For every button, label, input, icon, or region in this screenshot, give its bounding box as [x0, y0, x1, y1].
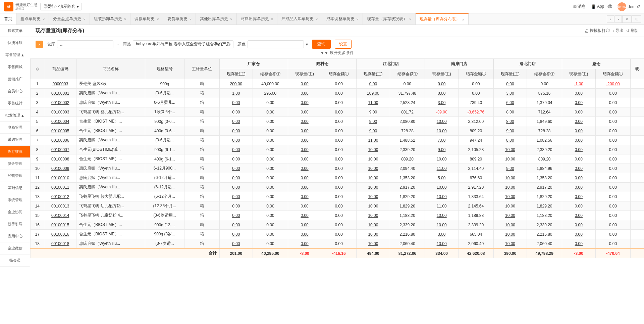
- sidebar-item-enterprise[interactable]: 企业协同: [0, 206, 30, 218]
- qty-link[interactable]: 0.00: [301, 185, 308, 190]
- qty-link[interactable]: 0.00: [301, 110, 308, 114]
- tab-4[interactable]: 调拨单历史 ×: [130, 13, 163, 25]
- user-info[interactable]: demo2 demo2: [618, 2, 640, 11]
- qty-link[interactable]: 0.00: [438, 91, 445, 96]
- total-qty-link[interactable]: 0.00: [575, 119, 583, 124]
- qty-link[interactable]: 0.00: [232, 147, 240, 152]
- tab-next-btn[interactable]: ›: [614, 15, 622, 23]
- qty-link[interactable]: 11.00: [437, 166, 447, 171]
- qty-link[interactable]: 10.00: [505, 241, 515, 246]
- qty-link[interactable]: 0.00: [232, 223, 240, 227]
- total-qty-link[interactable]: 0.00: [575, 157, 583, 161]
- sidebar-item-inventory[interactable]: 库存核算: [0, 146, 30, 158]
- sidebar-item-ecommerce[interactable]: 电商管理: [0, 122, 30, 134]
- close-icon[interactable]: ×: [83, 17, 85, 21]
- qty-link[interactable]: 10.00: [437, 119, 447, 124]
- qty-link[interactable]: 1.00: [232, 91, 240, 96]
- close-icon[interactable]: ×: [316, 17, 318, 21]
- goods-code-link[interactable]: 00100018: [51, 241, 69, 246]
- sidebar-item-nav[interactable]: 快捷导航: [0, 37, 30, 49]
- qty-link[interactable]: 10.00: [437, 185, 447, 190]
- refresh-btn[interactable]: ↺ 刷新: [626, 28, 639, 34]
- qty-link[interactable]: 8.00: [506, 110, 514, 114]
- close-icon[interactable]: ×: [271, 17, 273, 21]
- goods-code-link[interactable]: 00100004: [51, 119, 69, 124]
- qty-link[interactable]: 8.00: [506, 138, 514, 143]
- goods-input[interactable]: [133, 40, 233, 48]
- total-qty-link[interactable]: 0.00: [575, 147, 583, 152]
- qty-link[interactable]: 10.00: [437, 194, 447, 199]
- settings-button[interactable]: 设置: [335, 40, 352, 49]
- query-button[interactable]: 查询: [312, 40, 331, 49]
- sidebar-item-member[interactable]: 会员中心: [0, 85, 30, 97]
- goods-code-link[interactable]: 00100008: [51, 157, 69, 161]
- close-icon[interactable]: ×: [230, 17, 232, 21]
- tab-prev-btn[interactable]: ‹: [607, 15, 614, 23]
- close-icon[interactable]: ×: [190, 17, 192, 21]
- qty-link[interactable]: 0.00: [369, 82, 377, 86]
- goods-code-link[interactable]: 00100007: [51, 147, 69, 152]
- qty-link[interactable]: 109.00: [367, 91, 379, 96]
- qty-link[interactable]: 10.00: [437, 157, 447, 161]
- qty-link[interactable]: 10.00: [368, 204, 378, 209]
- qty-link[interactable]: 10.00: [368, 176, 378, 180]
- qty-link[interactable]: 0.00: [232, 129, 240, 133]
- warehouse-input[interactable]: [57, 40, 113, 48]
- sidebar-item-search[interactable]: 搜索英单: [0, 25, 30, 37]
- sidebar-item-operations[interactable]: 经营管理: [0, 170, 30, 182]
- export-btn[interactable]: ↓ 导出: [612, 28, 624, 34]
- qty-link[interactable]: 0.00: [301, 223, 308, 227]
- qty-link[interactable]: 0.00: [301, 166, 308, 171]
- total-qty-link[interactable]: 0.00: [575, 100, 583, 105]
- collapse-btn[interactable]: ›: [36, 41, 43, 48]
- expand-more-btn[interactable]: ▼▼ 展开更多条件: [36, 50, 639, 56]
- qty-link[interactable]: 0.00: [301, 119, 308, 124]
- qty-link[interactable]: 9.00: [369, 129, 377, 133]
- tab-3[interactable]: 组装拆卸单历史 ×: [90, 13, 130, 25]
- qty-link[interactable]: 9.00: [438, 147, 445, 152]
- close-icon[interactable]: ×: [157, 17, 159, 21]
- total-qty-link[interactable]: 0.00: [575, 166, 583, 171]
- total-qty-link[interactable]: 0.00: [575, 194, 583, 199]
- qty-link[interactable]: 10.00: [368, 194, 378, 199]
- qty-link[interactable]: 9.00: [506, 129, 514, 133]
- qty-link[interactable]: 0.00: [301, 129, 308, 133]
- total-qty-link[interactable]: 0.00: [575, 232, 583, 237]
- qty-link[interactable]: 10.00: [437, 213, 447, 218]
- qty-link[interactable]: 0.00: [301, 138, 308, 143]
- tab-1[interactable]: 盘点单历史 ×: [16, 13, 49, 25]
- qty-link[interactable]: 0.00: [438, 82, 445, 86]
- qty-link[interactable]: 0.00: [232, 232, 240, 237]
- qty-link[interactable]: 10.00: [505, 213, 515, 218]
- settings-icon[interactable]: ⚙: [36, 67, 39, 72]
- qty-link[interactable]: 0.00: [301, 91, 308, 96]
- qty-link[interactable]: 11.00: [368, 138, 378, 143]
- goods-code-link[interactable]: 00100011: [51, 185, 69, 190]
- qty-link[interactable]: 3.00: [506, 91, 514, 96]
- qty-link[interactable]: 0.00: [232, 176, 240, 180]
- goods-code-link[interactable]: 00100001: [51, 91, 69, 96]
- goods-code-link[interactable]: 00100003: [51, 110, 69, 114]
- qty-link[interactable]: 0.00: [232, 194, 240, 199]
- qty-link[interactable]: 10.00: [505, 176, 515, 180]
- qty-link[interactable]: 9.00: [369, 119, 377, 124]
- qty-link[interactable]: 9.00: [506, 166, 514, 171]
- qty-link[interactable]: 0.00: [232, 110, 240, 114]
- qty-link[interactable]: 10.00: [368, 223, 378, 227]
- tab-expand-btn[interactable]: ⊞: [632, 15, 641, 23]
- qty-link[interactable]: 0.00: [232, 213, 240, 218]
- tab-7[interactable]: 材料出库单历史 ×: [237, 13, 277, 25]
- total-qty-link[interactable]: -1.00: [574, 82, 583, 86]
- qty-link[interactable]: 0.00: [232, 185, 240, 190]
- tab-active[interactable]: 现存量（库存分布表） ×: [416, 13, 468, 25]
- qty-link[interactable]: 0.00: [301, 82, 308, 86]
- goods-code-link[interactable]: 00100013: [51, 204, 69, 209]
- sidebar-item-retail-mall[interactable]: 零售商城: [0, 61, 30, 73]
- tab-close-all-btn[interactable]: ×: [622, 15, 632, 23]
- total-qty-link[interactable]: 0.00: [575, 129, 583, 133]
- qty-link[interactable]: 10.00: [505, 232, 515, 237]
- message-btn[interactable]: ✉ 消息: [573, 4, 586, 9]
- qty-link[interactable]: 0.00: [301, 147, 308, 152]
- qty-link[interactable]: 10.00: [505, 147, 515, 152]
- qty-link[interactable]: 10.00: [368, 147, 378, 152]
